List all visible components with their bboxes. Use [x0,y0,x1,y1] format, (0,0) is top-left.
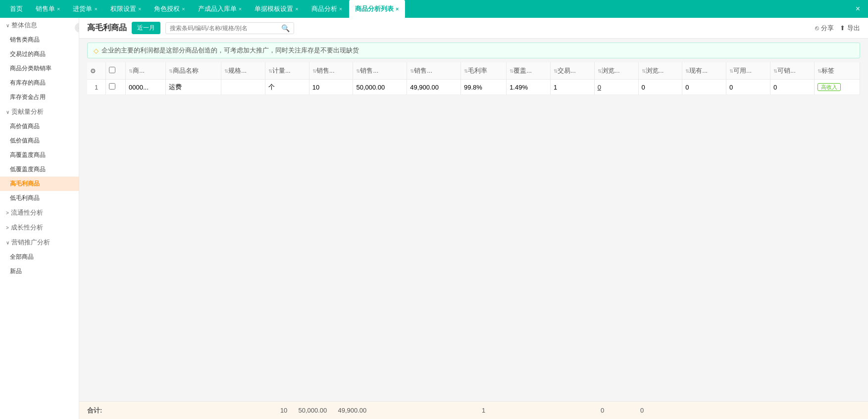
search-input[interactable] [170,25,281,32]
cell-saleable: 0 [770,80,814,95]
cell-sales-amount: 50,000.00 [353,80,407,95]
footer-current-stock: 0 [567,407,607,414]
col-header-view1[interactable]: ⇅浏览... [594,62,638,80]
sidebar-item-低价值商品[interactable]: 低价值商品 [0,134,79,148]
nav-item-产成品入库单[interactable]: 产成品入库单 × [192,0,248,18]
group-title-label: 营销推广分析 [11,238,50,247]
nav-close-icon[interactable]: × [57,6,60,12]
sidebar-group-营销推广分析[interactable]: ∨营销推广分析 [0,235,79,250]
export-icon: ⬆ [840,24,845,32]
sidebar-group-流通性分析[interactable]: >流通性分析 [0,205,79,220]
top-navigation: 首页销售单 ×进货单 ×权限设置 ×角色授权 ×产成品入库单 ×单据模板设置 ×… [0,0,868,18]
data-table-container[interactable]: ⚙⇅商...⇅商品名称⇅规格...⇅计量...⇅销售...⇅销售...⇅销售..… [87,62,860,401]
col-header-tag[interactable]: ⇅标签 [814,62,860,80]
nav-item-进货单[interactable]: 进货单 × [67,0,103,18]
col-header-name[interactable]: ⇅商品名称 [166,62,221,80]
group-arrow-icon: ∨ [6,109,9,115]
cell-product-name: 运费 [166,80,221,95]
main-layout: « ∨整体信息销售类商品交易过的商品商品分类助销率有库存的商品库存资金占用∨贡献… [0,18,868,419]
nav-item-商品分析列表[interactable]: 商品分析列表 × [349,0,405,18]
nav-close-icon[interactable]: × [94,6,97,12]
sidebar-item-新品[interactable]: 新品 [0,264,79,279]
sidebar-item-销售类商品[interactable]: 销售类商品 [0,33,79,47]
col-header-code[interactable]: ⇅商... [126,62,166,80]
banner-text: 企业的主要的利润都是这部分商品创造的，可考虑加大推广，同时关注库存是不要出现缺货 [102,46,359,55]
col-header-checkbox[interactable] [106,62,126,80]
nav-close-icon[interactable]: × [339,6,342,12]
nav-item-权限设置[interactable]: 权限设置 × [104,0,147,18]
sidebar-item-全部商品[interactable]: 全部商品 [0,250,79,264]
nav-close-icon[interactable]: × [396,6,399,12]
col-header-trade_count[interactable]: ⇅交易... [550,62,594,80]
footer-sales-qty: 10 [251,407,290,414]
settings-icon[interactable]: ⚙ [90,67,96,75]
footer-trade-count: 1 [449,407,488,414]
row-checkbox-input[interactable] [109,83,115,90]
group-title-label: 贡献量分析 [11,107,44,116]
nav-item-首页[interactable]: 首页 [4,0,29,18]
col-header-spec[interactable]: ⇅规格... [221,62,265,80]
table-row: 10000...运费个1050,000.0049,900.0099.8%1.49… [87,80,860,95]
nav-item-商品分析[interactable]: 商品分析 × [306,0,348,18]
search-box: 🔍 [165,22,294,34]
nav-close-icon[interactable]: × [182,6,185,12]
share-label: 分享 [821,24,834,33]
sidebar-item-高毛利商品[interactable]: 高毛利商品 [0,177,79,191]
nav-close-icon[interactable]: × [138,6,141,12]
col-header-available[interactable]: ⇅可用... [726,62,770,80]
group-title-label: 成长性分析 [11,223,43,232]
select-all-checkbox[interactable] [109,67,115,73]
group-arrow-icon: ∨ [6,240,9,245]
nav-item-销售单[interactable]: 销售单 × [30,0,66,18]
search-icon[interactable]: 🔍 [281,24,290,32]
cell-sales-profit: 49,900.00 [407,80,461,95]
col-header-view2[interactable]: ⇅浏览... [638,62,682,80]
sidebar-item-有库存的商品[interactable]: 有库存的商品 [0,76,79,90]
col-header-gross_margin[interactable]: ⇅毛利率 [461,62,507,80]
footer-sales-profit: 49,900.00 [330,407,369,414]
close-all-tabs-button[interactable]: × [852,4,864,13]
sidebar-item-库存资金占用[interactable]: 库存资金占用 [0,90,79,104]
cell-product-code: 0000... [126,80,166,95]
view1-link[interactable]: 0 [598,84,601,91]
sidebar-item-交易过的商品[interactable]: 交易过的商品 [0,47,79,61]
sidebar-group-贡献量分析[interactable]: ∨贡献量分析 [0,104,79,119]
col-header-sales_qty[interactable]: ⇅销售... [309,62,353,80]
cell-row-number: 1 [87,80,106,95]
cell-current-stock: 0 [682,80,726,95]
col-header-coverage[interactable]: ⇅覆盖... [507,62,551,80]
sidebar-item-商品分类助销率[interactable]: 商品分类助销率 [0,61,79,76]
sidebar-item-高价值商品[interactable]: 高价值商品 [0,119,79,134]
group-title-label: 流通性分析 [11,208,43,217]
group-arrow-icon: > [6,210,9,216]
sidebar-item-低毛利商品[interactable]: 低毛利商品 [0,191,79,205]
sidebar: « ∨整体信息销售类商品交易过的商品商品分类助销率有库存的商品库存资金占用∨贡献… [0,18,79,419]
col-header-unit[interactable]: ⇅计量... [265,62,309,80]
export-button[interactable]: ⬆ 导出 [840,24,860,33]
col-header-sales_profit[interactable]: ⇅销售... [407,62,461,80]
cell-view1: 0 [594,80,638,95]
tag-badge: 高收入 [817,83,841,91]
sidebar-group-成长性分析[interactable]: >成长性分析 [0,220,79,235]
cell-tag: 高收入 [814,80,860,95]
col-header-current_stock[interactable]: ⇅现有... [682,62,726,80]
filter-recent-month-button[interactable]: 近一月 [132,22,160,34]
cell-sales-qty: 10 [309,80,353,95]
sidebar-item-高覆盖度商品[interactable]: 高覆盖度商品 [0,148,79,162]
share-button[interactable]: ⎋ 分享 [815,24,834,33]
cell-trade-count: 1 [550,80,594,95]
nav-close-icon[interactable]: × [295,6,298,12]
footer-label: 合计: [87,406,102,415]
col-header-sales_amount[interactable]: ⇅销售... [353,62,407,80]
nav-close-icon[interactable]: × [239,6,242,12]
info-banner: ◇ 企业的主要的利润都是这部分商品创造的，可考虑加大推广，同时关注库存是不要出现… [87,43,860,58]
cell-row-checkbox[interactable] [106,80,126,95]
info-icon: ◇ [94,47,99,54]
sidebar-item-低覆盖度商品[interactable]: 低覆盖度商品 [0,162,79,177]
nav-item-单据模板设置[interactable]: 单据模板设置 × [249,0,304,18]
col-header-settings[interactable]: ⚙ [87,62,106,80]
share-icon: ⎋ [815,24,819,32]
col-header-saleable[interactable]: ⇅可销... [770,62,814,80]
nav-item-角色授权[interactable]: 角色授权 × [148,0,191,18]
sidebar-group-整体信息[interactable]: ∨整体信息 [0,18,79,33]
